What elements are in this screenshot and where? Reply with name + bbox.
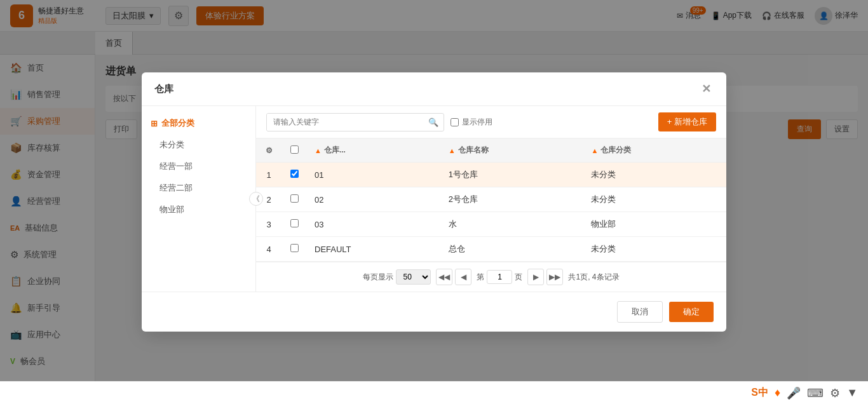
right-panel: 🔍 显示停用 + 新增仓库 ⚙	[256, 106, 726, 292]
settings-icon: ⚙	[266, 146, 273, 155]
category-item-property[interactable]: 物业部	[142, 199, 255, 220]
table-row[interactable]: 3 03 水 物业部	[256, 212, 726, 237]
keyboard-icon[interactable]: ⌨	[807, 386, 824, 400]
row-code: 01	[307, 163, 441, 187]
sort-icon: ▲	[315, 147, 322, 154]
row-category: 未分类	[583, 163, 726, 187]
table-row[interactable]: 2 02 2号仓库 未分类	[256, 187, 726, 212]
show-disabled-checkbox[interactable]	[451, 118, 459, 126]
row-num: 4	[256, 237, 281, 262]
table: ⚙ ▲ 仓库...	[256, 138, 726, 262]
prev-page-button[interactable]: ◀	[455, 269, 471, 285]
bottom-bar: S中 ♦ 🎤 ⌨ ⚙ ▼	[0, 381, 868, 404]
row-num: 3	[256, 212, 281, 237]
search-icon[interactable]: 🔍	[423, 114, 444, 131]
first-page-button[interactable]: ◀◀	[436, 269, 452, 285]
new-warehouse-button[interactable]: + 新增仓库	[658, 112, 716, 131]
page-input-area: 第 页	[477, 270, 522, 284]
confirm-button[interactable]: 确定	[669, 302, 714, 322]
right-toolbar: 🔍 显示停用 + 新增仓库	[256, 106, 726, 138]
sort-icon-name: ▲	[449, 147, 456, 154]
row-checkbox[interactable]	[281, 212, 307, 237]
table-row[interactable]: 1 01 1号仓库 未分类	[256, 163, 726, 187]
warehouse-modal: 仓库 ✕ ⊞ 全部分类 未分类 经营一部 经营二部	[142, 72, 726, 332]
all-categories-btn[interactable]: ⊞ 全部分类	[142, 112, 255, 134]
category-item-ops1[interactable]: 经营一部	[142, 156, 255, 177]
row-name: 总仓	[441, 237, 584, 262]
category-item-unclassified[interactable]: 未分类	[142, 134, 255, 156]
row-checkbox[interactable]	[281, 187, 307, 212]
row-category: 未分类	[583, 237, 726, 262]
th-category: ▲ 仓库分类	[583, 138, 726, 163]
chevron-down-icon[interactable]: ▼	[846, 386, 858, 400]
total-records-label: 共1页, 4条记录	[568, 272, 619, 283]
per-page-dropdown[interactable]: 50 10 20 100	[396, 269, 431, 285]
diamond-icon[interactable]: ♦	[775, 386, 780, 400]
mic-icon[interactable]: 🎤	[787, 386, 801, 400]
th-name-sort[interactable]: ▲ 仓库名称	[449, 145, 576, 156]
sort-icon-cat: ▲	[591, 147, 598, 154]
page-size-select: 每页显示 50 10 20 100	[363, 269, 431, 285]
table-header-row: ⚙ ▲ 仓库...	[256, 138, 726, 163]
row-name: 1号仓库	[441, 163, 584, 187]
th-checkbox	[281, 138, 307, 163]
modal-title: 仓库	[154, 83, 173, 95]
modal-header: 仓库 ✕	[142, 72, 726, 106]
row-checkbox[interactable]	[281, 163, 307, 187]
per-page-label: 每页显示	[363, 272, 393, 283]
row-name: 2号仓库	[441, 187, 584, 212]
th-settings: ⚙	[256, 138, 281, 163]
th-code-sort[interactable]: ▲ 仓库...	[315, 145, 433, 156]
modal-close-button[interactable]: ✕	[698, 81, 714, 97]
row-num: 1	[256, 163, 281, 187]
category-item-ops2[interactable]: 经营二部	[142, 177, 255, 199]
page-unit-label: 页	[515, 272, 522, 283]
cancel-button[interactable]: 取消	[617, 301, 663, 323]
settings-icon[interactable]: ⚙	[830, 386, 840, 400]
warehouse-table: ⚙ ▲ 仓库...	[256, 138, 726, 262]
page-label: 第	[477, 272, 484, 283]
row-category: 未分类	[583, 187, 726, 212]
category-panel: ⊞ 全部分类 未分类 经营一部 经营二部 物业部 《	[142, 106, 256, 292]
brand-s-icon[interactable]: S中	[751, 386, 768, 400]
next-page-button[interactable]: ▶	[527, 269, 544, 285]
row-checkbox[interactable]	[281, 237, 307, 262]
pagination-next-buttons: ▶ ▶▶	[527, 269, 563, 285]
row-code: 03	[307, 212, 441, 237]
show-disabled-label: 显示停用	[451, 117, 492, 128]
page-number-input[interactable]	[487, 270, 512, 284]
th-category-sort[interactable]: ▲ 仓库分类	[591, 145, 719, 156]
table-row[interactable]: 4 DEFAULT 总仓 未分类	[256, 237, 726, 262]
collapse-panel-button[interactable]: 《	[249, 192, 263, 206]
th-code: ▲ 仓库...	[307, 138, 441, 163]
grid-icon: ⊞	[151, 119, 158, 128]
modal-overlay: 仓库 ✕ ⊞ 全部分类 未分类 经营一部 经营二部	[0, 0, 868, 404]
row-code: 02	[307, 187, 441, 212]
row-category: 物业部	[583, 212, 726, 237]
th-name: ▲ 仓库名称	[441, 138, 584, 163]
search-input-wrap: 🔍	[266, 113, 444, 131]
row-code: DEFAULT	[307, 237, 441, 262]
modal-footer: 取消 确定	[142, 292, 726, 332]
search-input[interactable]	[267, 114, 423, 130]
modal-body: ⊞ 全部分类 未分类 经营一部 经营二部 物业部 《	[142, 106, 726, 292]
last-page-button[interactable]: ▶▶	[546, 269, 563, 285]
select-all-checkbox[interactable]	[290, 145, 299, 154]
row-name: 水	[441, 212, 584, 237]
pagination-buttons: ◀◀ ◀	[436, 269, 471, 285]
pagination: 每页显示 50 10 20 100 ◀◀ ◀ 第	[256, 262, 726, 292]
